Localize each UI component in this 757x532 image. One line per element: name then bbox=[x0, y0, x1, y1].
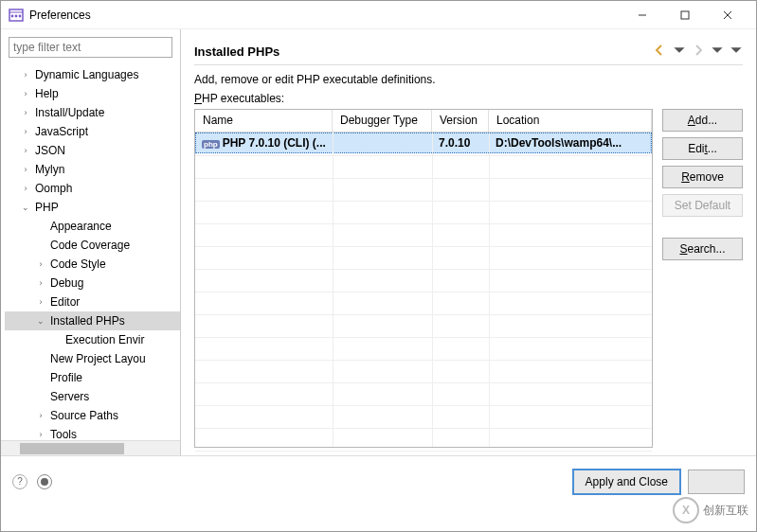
tree-item-label: Install/Update bbox=[35, 106, 104, 119]
tree-item-label: Installed PHPs bbox=[50, 314, 125, 328]
tree-item-label: Editor bbox=[50, 295, 80, 309]
tree-item-label: Source Paths bbox=[50, 409, 118, 422]
back-icon[interactable] bbox=[654, 44, 667, 60]
tree-item[interactable]: ›Oomph bbox=[5, 179, 180, 198]
chevron-right-icon[interactable]: › bbox=[20, 183, 31, 194]
history-nav bbox=[654, 44, 743, 60]
chevron-right-icon[interactable]: › bbox=[20, 126, 31, 137]
tree-item[interactable]: ›Code Coverage bbox=[5, 236, 180, 255]
chevron-right-icon[interactable]: › bbox=[35, 258, 46, 270]
table-header[interactable]: Name Debugger Type Version Location bbox=[195, 110, 652, 133]
apply-and-close-button[interactable]: Apply and Close bbox=[573, 470, 680, 494]
svg-rect-6 bbox=[681, 11, 689, 19]
tree-item[interactable]: ›Mylyn bbox=[5, 160, 180, 179]
page-title: Installed PHPs bbox=[194, 44, 654, 59]
footer: ? Apply and Close bbox=[1, 455, 756, 506]
tree-item[interactable]: ›Tools bbox=[5, 425, 180, 440]
col-location[interactable]: Location bbox=[489, 110, 652, 132]
tree-item[interactable]: ›Execution Envir bbox=[5, 330, 180, 349]
tree-item[interactable]: ›Code Style bbox=[5, 255, 180, 274]
set-default-button: Set Default bbox=[662, 194, 743, 217]
tree-item-label: Help bbox=[35, 87, 59, 100]
maximize-button[interactable] bbox=[663, 2, 706, 28]
tree-item[interactable]: ›Dynamic Languages bbox=[5, 65, 180, 84]
chevron-right-icon[interactable]: › bbox=[35, 429, 46, 440]
svg-point-4 bbox=[19, 14, 22, 17]
tree-item[interactable]: ›Profile bbox=[5, 368, 180, 387]
window-controls bbox=[621, 2, 748, 28]
button-column: Add... Edit... Remove Set Default Search… bbox=[662, 109, 743, 448]
chevron-right-icon[interactable]: › bbox=[20, 69, 31, 80]
add-button[interactable]: Add... bbox=[662, 109, 743, 132]
tree-item[interactable]: ⌄PHP bbox=[5, 198, 180, 217]
forward-icon[interactable] bbox=[692, 44, 705, 60]
filter-input[interactable] bbox=[9, 37, 172, 58]
tree-item[interactable]: ›Editor bbox=[5, 293, 180, 311]
page-description: Add, remove or edit PHP executable defin… bbox=[194, 73, 743, 86]
tree-item[interactable]: ›JavaScript bbox=[5, 122, 180, 141]
record-icon[interactable] bbox=[37, 474, 52, 489]
tree-item[interactable]: ›JSON bbox=[5, 141, 180, 160]
window-title: Preferences bbox=[29, 9, 621, 22]
tree-item[interactable]: ⌄Installed PHPs bbox=[5, 311, 180, 330]
executables-label: PHP executables: bbox=[194, 92, 743, 105]
tree-item-label: JSON bbox=[35, 144, 65, 157]
chevron-right-icon[interactable]: › bbox=[20, 145, 31, 156]
tree-item[interactable]: ›New Project Layou bbox=[5, 349, 180, 368]
tree-item-label: Tools bbox=[50, 428, 77, 440]
search-button[interactable]: Search... bbox=[662, 238, 743, 260]
horizontal-scrollbar[interactable] bbox=[1, 440, 180, 455]
back-menu-icon[interactable] bbox=[673, 44, 686, 60]
col-name[interactable]: Name bbox=[195, 110, 333, 132]
svg-point-3 bbox=[15, 14, 18, 17]
tree-item[interactable]: ›Install/Update bbox=[5, 103, 180, 122]
tree-item[interactable]: ›Debug bbox=[5, 274, 180, 293]
preferences-window-icon bbox=[9, 8, 24, 23]
chevron-down-icon[interactable]: ⌄ bbox=[35, 315, 46, 327]
tree-item-label: Execution Envir bbox=[65, 333, 144, 346]
right-pane: Installed PHPs Add, remove or edit PHP e… bbox=[181, 29, 756, 455]
col-version[interactable]: Version bbox=[432, 110, 489, 132]
tree-item-label: Code Coverage bbox=[50, 239, 130, 252]
tree-item-label: Code Style bbox=[50, 257, 106, 271]
watermark: X 创新互联 bbox=[673, 497, 748, 523]
close-button[interactable] bbox=[706, 2, 748, 28]
left-pane: ›Dynamic Languages›Help›Install/Update›J… bbox=[1, 29, 181, 455]
edit-button[interactable]: Edit... bbox=[662, 137, 743, 160]
chevron-right-icon[interactable]: › bbox=[35, 296, 46, 308]
php-table[interactable]: Name Debugger Type Version Location phpP… bbox=[194, 109, 653, 448]
tree-item[interactable]: ›Help bbox=[5, 84, 180, 103]
tree-item-label: Profile bbox=[50, 371, 82, 384]
tree-item-label: Debug bbox=[50, 276, 83, 290]
help-icon[interactable]: ? bbox=[12, 474, 27, 489]
minimize-button[interactable] bbox=[621, 2, 663, 28]
chevron-right-icon[interactable]: › bbox=[20, 164, 31, 175]
preferences-tree[interactable]: ›Dynamic Languages›Help›Install/Update›J… bbox=[1, 65, 180, 440]
chevron-right-icon[interactable]: › bbox=[35, 277, 46, 289]
tree-item-label: Servers bbox=[50, 390, 89, 403]
tree-item-label: New Project Layou bbox=[50, 352, 146, 365]
tree-item-label: Dynamic Languages bbox=[35, 68, 138, 81]
chevron-down-icon[interactable]: ⌄ bbox=[20, 202, 31, 213]
col-debugger[interactable]: Debugger Type bbox=[333, 110, 432, 132]
tree-item-label: PHP bbox=[35, 201, 59, 214]
tree-item[interactable]: ›Source Paths bbox=[5, 406, 180, 425]
chevron-right-icon[interactable]: › bbox=[20, 107, 31, 118]
chevron-right-icon[interactable]: › bbox=[35, 410, 46, 421]
tree-item-label: Appearance bbox=[50, 220, 112, 233]
tree-item-label: JavaScript bbox=[35, 125, 88, 138]
cancel-button[interactable] bbox=[688, 470, 745, 494]
forward-menu-icon[interactable] bbox=[711, 44, 724, 60]
chevron-right-icon[interactable]: › bbox=[20, 88, 31, 99]
remove-button[interactable]: Remove bbox=[662, 166, 743, 188]
tree-item[interactable]: ›Servers bbox=[5, 387, 180, 406]
tree-item-label: Mylyn bbox=[35, 163, 64, 176]
tree-item[interactable]: ›Appearance bbox=[5, 217, 180, 236]
svg-point-2 bbox=[11, 14, 14, 17]
tree-item-label: Oomph bbox=[35, 182, 72, 195]
titlebar: Preferences bbox=[1, 1, 756, 29]
view-menu-icon[interactable] bbox=[730, 44, 743, 60]
